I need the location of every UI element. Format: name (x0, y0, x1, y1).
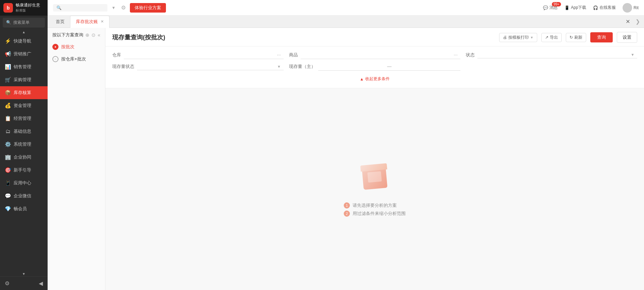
settings-button[interactable]: 设置 (617, 32, 637, 43)
empty-state: 1 请先选择要分析的方案 2 用过滤条件来缩小分析范围 (105, 88, 644, 290)
sidebar-item-label: 销售管理 (14, 64, 31, 70)
query-button[interactable]: 查询 (590, 32, 613, 42)
tab-batch[interactable]: 库存批次账 ✕ (70, 16, 109, 28)
collapse-more-btn[interactable]: ▲ 收起更多条件 (112, 74, 637, 84)
sidebar-item-sales[interactable]: 📊 销售管理 (0, 60, 48, 73)
sidebar-item-label: 新手引导 (14, 167, 31, 173)
purchase-icon: 🛒 (5, 77, 11, 83)
warehouse-batch-icon: ○ (52, 56, 58, 62)
operations-icon: 📋 (5, 115, 11, 122)
scroll-down-arrow[interactable]: ▼ (0, 271, 48, 276)
topbar-gear-icon[interactable]: ⚙ (121, 4, 126, 11)
inventory-qty-max[interactable] (393, 64, 458, 69)
sidebar-item-operations[interactable]: 📋 经营管理 (0, 112, 48, 125)
warehouse-input[interactable] (126, 52, 275, 57)
sidebar-item-finance[interactable]: 💰 资金管理 (0, 99, 48, 112)
topbar-search-input[interactable] (64, 5, 104, 10)
goods-filter: 商品 ··· (289, 51, 460, 59)
inventory-qty-dash: — (386, 64, 393, 69)
status-select-box[interactable]: ▼ (477, 51, 637, 58)
sidebar-item-wechat[interactable]: 💬 企业微信 (0, 189, 48, 202)
search-label: 搜索菜单 (13, 20, 30, 25)
topbar-dropdown-icon[interactable]: ▼ (112, 5, 116, 10)
sidebar-item-label: 系统管理 (14, 141, 31, 147)
messages-badge: 99+ (552, 2, 561, 6)
inventory-qty-range: — (318, 62, 460, 71)
sidebar-item-enterprise[interactable]: 🏢 企业协同 (0, 151, 48, 164)
topbar-search-box[interactable]: 🔍 (53, 4, 107, 12)
panel-close-btn[interactable]: ✕ (623, 18, 633, 25)
collapse-icon[interactable]: ◀ (39, 280, 43, 287)
settings-small-icon[interactable]: ⊙ (91, 32, 96, 38)
print-dropdown-icon[interactable]: ▼ (530, 36, 533, 39)
topbar-right: 💬 消息 99+ 📱 App下载 🎧 在线客服 Rit (543, 3, 639, 13)
messages-btn[interactable]: 💬 消息 99+ (543, 5, 558, 11)
empty-hint-2: 2 用过滤条件来缩小分析范围 (344, 211, 406, 217)
sidebar-item-quick-nav[interactable]: ⚡ 快捷导航 (0, 35, 48, 48)
warehouse-batch-label: 按仓库+批次 (61, 56, 86, 62)
settings-icon[interactable]: ⚙ (5, 280, 10, 287)
inventory-icon: 📦 (5, 90, 11, 96)
inventory-status-dropdown[interactable]: ▼ (277, 65, 281, 69)
status-dropdown-icon[interactable]: ▼ (631, 53, 634, 57)
sidebar-item-inventory[interactable]: 📦 库存核算 (0, 86, 48, 99)
left-panel-item-warehouse-batch[interactable]: ○ 按仓库+批次 (48, 53, 105, 65)
left-panel-item-batch[interactable]: ● 按批次 (48, 41, 105, 53)
search-icon: 🔍 (6, 20, 11, 25)
goods-input[interactable] (303, 52, 452, 57)
sidebar-item-label: 资金管理 (14, 103, 31, 109)
empty-illustration (358, 162, 392, 196)
inventory-status-label: 现存量状态 (112, 64, 134, 70)
newbie-icon: 🎯 (5, 167, 11, 173)
online-service-btn[interactable]: 🎧 在线客服 (593, 5, 616, 11)
experience-btn[interactable]: 体验行业方案 (130, 3, 166, 13)
phone-icon: 📱 (564, 5, 570, 10)
goods-dots[interactable]: ··· (454, 52, 458, 57)
right-panel: 现存量查询(按批次) 🖨 按模板打印 ▼ ↗ 导出 ↻ 刷新 (105, 28, 644, 290)
sidebar: b 畅康通好生意 标准版 🔍 搜索菜单 ▲ ⚡ 快捷导航 📢 营销推广 📊 销售… (0, 0, 48, 290)
inventory-qty-min[interactable] (321, 64, 386, 69)
goods-input-box[interactable]: ··· (301, 51, 460, 59)
sidebar-search[interactable]: 🔍 搜索菜单 (3, 18, 45, 28)
collapse-left-icon[interactable]: « (98, 32, 100, 38)
app-name: 畅康通好生意 (16, 3, 40, 8)
tab-close-icon[interactable]: ✕ (101, 19, 104, 24)
hint-text-2: 用过滤条件来缩小分析范围 (353, 211, 406, 217)
refresh-btn[interactable]: ↻ 刷新 (566, 33, 586, 42)
sidebar-item-purchase[interactable]: 🛒 采购管理 (0, 73, 48, 86)
user-profile[interactable]: Rit (623, 3, 639, 13)
app-download-btn[interactable]: 📱 App下载 (564, 5, 586, 11)
export-btn[interactable]: ↗ 导出 (541, 33, 562, 42)
warehouse-label: 仓库 (112, 52, 121, 58)
sidebar-nav: ⚡ 快捷导航 📢 营销推广 📊 销售管理 🛒 采购管理 📦 库存核算 💰 资金管… (0, 35, 48, 271)
sidebar-item-marketing[interactable]: 📢 营销推广 (0, 48, 48, 60)
export-icon: ↗ (545, 35, 548, 40)
print-btn[interactable]: 🖨 按模板打印 ▼ (499, 33, 537, 42)
topbar: 🔍 ▼ ⚙ 体验行业方案 💬 消息 99+ 📱 App下载 🎧 在线客服 Rit (48, 0, 644, 16)
sidebar-item-newbie[interactable]: 🎯 新手引导 (0, 164, 48, 177)
sidebar-item-label: 企业协同 (14, 154, 31, 160)
sidebar-item-vip[interactable]: 💎 畅会员 (0, 202, 48, 215)
inventory-status-select[interactable]: ▼ (137, 63, 284, 70)
tab-expand-icon[interactable]: ❯ (634, 18, 641, 25)
sidebar-item-label: 营销推广 (14, 51, 31, 57)
inventory-qty-filter: 现存量（主） — (289, 62, 460, 71)
tab-batch-label: 库存批次账 (76, 19, 98, 25)
finance-icon: 💰 (5, 103, 11, 109)
tab-home[interactable]: 首页 (50, 16, 70, 28)
warehouse-dots[interactable]: ··· (277, 52, 281, 57)
sidebar-item-apps[interactable]: 📱 应用中心 (0, 177, 48, 189)
content-area: 按以下方案查询 ⊕ ⊙ « ● 按批次 ○ 按仓库+批次 现存量查询(按批次) (48, 28, 644, 290)
apps-icon: 📱 (5, 180, 11, 186)
add-icon[interactable]: ⊕ (85, 32, 89, 38)
enterprise-icon: 🏢 (5, 154, 11, 160)
inventory-status-filter: 现存量状态 ▼ (112, 63, 284, 70)
page-title: 现存量查询(按批次) (112, 33, 165, 41)
scroll-up-arrow[interactable]: ▲ (0, 30, 48, 35)
warehouse-input-box[interactable]: ··· (124, 51, 284, 59)
main-area: 🔍 ▼ ⚙ 体验行业方案 💬 消息 99+ 📱 App下载 🎧 在线客服 Rit (48, 0, 644, 290)
sidebar-item-system[interactable]: ⚙️ 系统管理 (0, 138, 48, 151)
sidebar-item-label: 采购管理 (14, 77, 31, 83)
sidebar-item-basic[interactable]: 🗂 基础信息 (0, 125, 48, 138)
inventory-qty-label: 现存量（主） (289, 64, 316, 70)
